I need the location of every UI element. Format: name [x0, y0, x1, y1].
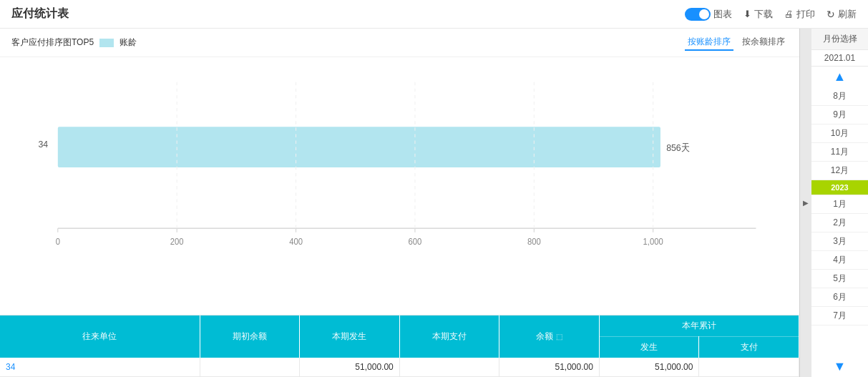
sidebar-month-item[interactable]: 11月 — [811, 143, 868, 162]
sort-by-amount-btn[interactable]: 按余额排序 — [739, 34, 788, 51]
page-title: 应付统计表 — [11, 6, 69, 21]
sidebar-month-item[interactable]: 3月 — [811, 232, 868, 251]
chart-svg: 34 856天 0 — [36, 66, 771, 293]
chart-area: 客户应付排序图TOP5 账龄 按账龄排序 按余额排序 34 — [0, 29, 799, 315]
legend-title: 客户应付排序图TOP5 — [11, 36, 94, 49]
right-sidebar: 月份选择 2021.01 ▲ 8月9月10月11月12月20231月2月3月4月… — [811, 29, 868, 377]
cell-company: 34 — [0, 358, 200, 377]
col-company: 往来单位 — [0, 315, 200, 358]
data-table: 往来单位 期初余额 本期发生 本期支付 余额 ⬚ 本年累计 发生 支付 — [0, 315, 799, 377]
download-action[interactable]: ⬇ 下载 — [743, 8, 773, 21]
sidebar-scroll-up-btn[interactable]: ▲ — [811, 67, 868, 87]
sidebar-month-item[interactable]: 10月 — [811, 124, 868, 143]
legend-color-box — [99, 39, 114, 47]
sidebar-month-item[interactable]: 12月 — [811, 162, 868, 180]
col-current-occur: 本期发生 — [300, 315, 400, 358]
chart-legend: 客户应付排序图TOP5 账龄 — [11, 36, 137, 49]
refresh-icon: ↻ — [826, 9, 835, 20]
left-panel: 客户应付排序图TOP5 账龄 按账龄排序 按余额排序 34 — [0, 29, 799, 377]
chart-body: 34 856天 0 — [0, 57, 799, 315]
legend-color-label: 账龄 — [120, 36, 137, 49]
print-action[interactable]: 🖨 打印 — [784, 8, 815, 21]
refresh-label: 刷新 — [838, 8, 857, 21]
header: 应付统计表 图表 ⬇ 下载 🖨 打印 ↻ 刷新 — [0, 0, 868, 29]
sidebar-month-item[interactable]: 1月 — [811, 195, 868, 214]
col-ytd: 本年累计 — [599, 315, 799, 337]
svg-text:400: 400 — [289, 236, 303, 247]
download-icon: ⬇ — [743, 9, 751, 19]
sidebar-month-item[interactable]: 5月 — [811, 270, 868, 288]
svg-text:0: 0 — [56, 236, 61, 247]
chevron-down-icon: ▼ — [834, 359, 847, 373]
table-row: 34 51,000.00 51,000.00 51,000.00 — [0, 358, 799, 377]
col-ytd-pay: 支付 — [699, 337, 799, 358]
sidebar-year-display: 2021.01 — [811, 50, 868, 67]
sidebar-month-header: 月份选择 — [811, 29, 868, 50]
sidebar-year-label[interactable]: 2023 — [811, 180, 868, 195]
svg-text:1,000: 1,000 — [643, 236, 664, 247]
sidebar-month-item[interactable]: 8月 — [811, 87, 868, 106]
sidebar-months-list: 8月9月10月11月12月20231月2月3月4月5月6月7月 — [811, 87, 868, 356]
table-area: 往来单位 期初余额 本期发生 本期支付 余额 ⬚ 本年累计 发生 支付 — [0, 315, 799, 377]
cell-current-occur: 51,000.00 — [300, 358, 400, 377]
chart-toggle-action[interactable]: 图表 — [685, 8, 732, 21]
sidebar-collapse-btn[interactable]: ▶ — [799, 29, 811, 377]
company-link[interactable]: 34 — [6, 362, 15, 372]
refresh-action[interactable]: ↻ 刷新 — [826, 8, 857, 21]
cell-ytd-occur: 51,000.00 — [599, 358, 699, 377]
cell-balance: 51,000.00 — [499, 358, 600, 377]
sidebar-month-item[interactable]: 6月 — [811, 288, 868, 307]
chart-header: 客户应付排序图TOP5 账龄 按账龄排序 按余额排序 — [0, 29, 799, 57]
col-ytd-occur: 发生 — [599, 337, 699, 358]
chart-label: 图表 — [713, 8, 732, 21]
svg-text:200: 200 — [170, 236, 184, 247]
chevron-up-icon: ▲ — [834, 69, 847, 84]
sidebar-scroll-down-btn[interactable]: ▼ — [811, 356, 868, 377]
collapse-icon: ▶ — [803, 199, 809, 207]
chart-sort-buttons: 按账龄排序 按余额排序 — [685, 34, 788, 51]
balance-sort-icon[interactable]: ⬚ — [556, 333, 562, 341]
cell-ytd-pay — [699, 358, 799, 377]
svg-text:34: 34 — [38, 138, 48, 150]
sidebar-month-item[interactable]: 2月 — [811, 214, 868, 232]
svg-rect-1 — [58, 127, 660, 167]
sidebar-month-item[interactable]: 7月 — [811, 307, 868, 325]
print-label: 打印 — [796, 8, 815, 21]
sidebar-month-item[interactable]: 4月 — [811, 251, 868, 270]
cell-opening — [200, 358, 300, 377]
header-actions: 图表 ⬇ 下载 🖨 打印 ↻ 刷新 — [685, 8, 857, 21]
col-opening: 期初余额 — [200, 315, 300, 358]
download-label: 下载 — [754, 8, 773, 21]
print-icon: 🖨 — [784, 9, 794, 19]
cell-current-pay — [399, 358, 499, 377]
col-balance: 余额 ⬚ — [499, 315, 600, 358]
chart-toggle[interactable] — [685, 8, 711, 21]
svg-text:856天: 856天 — [666, 142, 690, 154]
svg-text:800: 800 — [527, 236, 541, 247]
main-content: 客户应付排序图TOP5 账龄 按账龄排序 按余额排序 34 — [0, 29, 868, 377]
sort-by-balance-btn[interactable]: 按账龄排序 — [685, 34, 733, 51]
sidebar-month-item[interactable]: 9月 — [811, 106, 868, 124]
svg-text:600: 600 — [409, 236, 422, 247]
col-current-pay: 本期支付 — [399, 315, 499, 358]
app-container: 应付统计表 图表 ⬇ 下载 🖨 打印 ↻ 刷新 — [0, 0, 868, 377]
table-wrapper: 往来单位 期初余额 本期发生 本期支付 余额 ⬚ 本年累计 发生 支付 — [0, 315, 799, 377]
